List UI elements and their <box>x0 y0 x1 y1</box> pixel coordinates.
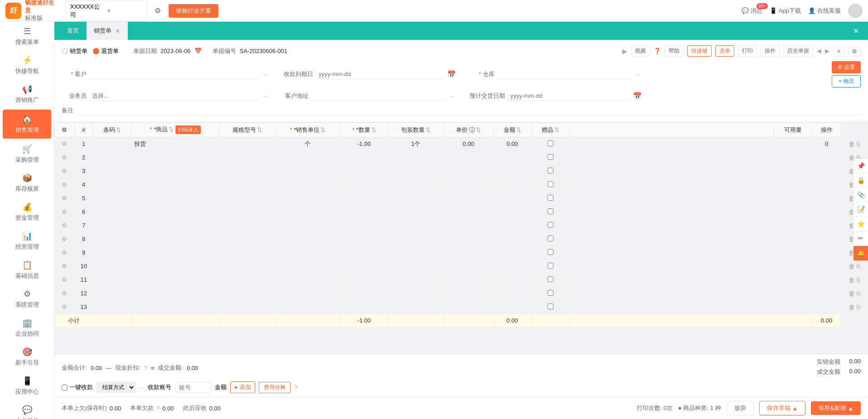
sidebar-item-wechat[interactable]: 💬 企业微信 <box>0 400 54 419</box>
cell-pack-qty-2[interactable] <box>388 164 444 178</box>
sidebar-item-quick-nav[interactable]: ⚡ 快捷导航 <box>0 51 54 80</box>
cell-product-7[interactable] <box>131 232 219 246</box>
cell-gift-5[interactable] <box>531 205 569 219</box>
cell-quantity-2[interactable] <box>340 164 388 178</box>
salesperson-picker-icon[interactable]: ··· <box>262 93 270 100</box>
sidebar-item-search[interactable]: ☰ 搜索菜单 <box>0 22 54 51</box>
cell-product-12[interactable] <box>131 300 219 314</box>
scan-btn[interactable]: 扫码录入 <box>175 125 201 134</box>
cell-gift-8[interactable] <box>531 246 569 260</box>
cell-spec-0[interactable] <box>219 137 275 151</box>
cell-quantity-0[interactable]: -1.00 <box>340 137 388 151</box>
video-btn[interactable]: 视频 <box>631 45 650 57</box>
cell-settings-9[interactable]: ⚙ <box>55 260 75 273</box>
history-btn[interactable]: 历史单据 <box>783 45 813 57</box>
cell-unit-9[interactable] <box>275 260 340 273</box>
cell-quantity-4[interactable] <box>340 192 388 205</box>
select-btn[interactable]: 选单 <box>715 45 734 57</box>
cell-unit-price-6[interactable] <box>444 219 493 232</box>
cell-gift-9[interactable] <box>531 260 569 273</box>
sidebar-item-basic[interactable]: 📋 基础信息 <box>0 255 54 284</box>
sidebar-item-marketing[interactable]: 📢 营销推广 <box>0 80 54 109</box>
address-picker-icon[interactable]: ··· <box>447 93 456 100</box>
cell-settings-5[interactable]: ⚙ <box>55 205 75 219</box>
cell-barcode-3[interactable] <box>93 178 131 192</box>
delete-icon-0[interactable]: 🗑 <box>849 140 855 148</box>
sidebar-item-system[interactable]: ⚙ 系统管理 <box>0 284 54 313</box>
nav-prev-icon[interactable]: ◀ <box>817 48 821 54</box>
cell-amount-12[interactable] <box>493 300 531 314</box>
cell-gift-7[interactable] <box>531 232 569 246</box>
cell-amount-2[interactable] <box>493 164 531 178</box>
right-tool-lock[interactable]: 🔒 <box>853 173 868 188</box>
cell-spec-8[interactable] <box>219 246 275 260</box>
discard-btn[interactable]: 放弃 <box>727 401 754 415</box>
cell-quantity-8[interactable] <box>340 246 388 260</box>
cell-pack-qty-9[interactable] <box>388 260 444 273</box>
right-tool-pin[interactable]: 📌 <box>853 159 868 173</box>
cell-unit-6[interactable] <box>275 219 340 232</box>
cell-spec-1[interactable] <box>219 151 275 164</box>
save-draft-btn[interactable]: 保存草稿 ▲ <box>759 401 806 415</box>
warehouse-picker-icon[interactable]: ··· <box>633 71 642 78</box>
cell-settings-2[interactable]: ⚙ <box>55 164 75 178</box>
right-tool-alert[interactable]: 🔔 <box>853 246 868 260</box>
radio-sales-order[interactable]: 销货单 <box>62 47 87 55</box>
cell-quantity-3[interactable] <box>340 178 388 192</box>
cell-barcode-9[interactable] <box>93 260 131 273</box>
cell-amount-5[interactable] <box>493 205 531 219</box>
cell-settings-7[interactable]: ⚙ <box>55 232 75 246</box>
cell-barcode-1[interactable] <box>93 151 131 164</box>
due-date-calendar-icon[interactable]: 📅 <box>447 70 456 78</box>
cell-spec-5[interactable] <box>219 205 275 219</box>
cell-pack-qty-5[interactable] <box>388 205 444 219</box>
cell-barcode-5[interactable] <box>93 205 131 219</box>
app-download-btn[interactable]: 📱 App下载 <box>770 7 801 15</box>
cell-pack-qty-10[interactable] <box>388 273 444 287</box>
cell-product-2[interactable] <box>131 164 219 178</box>
cell-gift-2[interactable] <box>531 164 569 178</box>
cell-unit-5[interactable] <box>275 205 340 219</box>
cell-spec-10[interactable] <box>219 273 275 287</box>
cell-amount-7[interactable] <box>493 232 531 246</box>
cell-spec-12[interactable] <box>219 300 275 314</box>
sidebar-item-purchase[interactable]: 🛒 采购管理 <box>0 140 54 169</box>
copy-icon-0[interactable]: ⎘ <box>857 140 860 148</box>
message-btn[interactable]: 💬 消息 99+ <box>742 7 762 15</box>
delete-icon-11[interactable]: 🗑 <box>849 290 855 297</box>
cell-product-1[interactable] <box>131 151 219 164</box>
radio-return-order[interactable]: 退货单 <box>93 47 119 55</box>
sidebar-item-guide[interactable]: 🎯 新手引导 <box>0 342 54 371</box>
cell-pack-qty-1[interactable] <box>388 151 444 164</box>
cell-unit-4[interactable] <box>275 192 340 205</box>
cell-unit-price-3[interactable] <box>444 178 493 192</box>
cell-barcode-8[interactable] <box>93 246 131 260</box>
cell-pack-qty-7[interactable] <box>388 232 444 246</box>
cell-barcode-4[interactable] <box>93 192 131 205</box>
cell-settings-3[interactable]: ⚙ <box>55 178 75 192</box>
operate-btn[interactable]: 操作 <box>761 45 780 57</box>
cell-unit-1[interactable] <box>275 151 340 164</box>
cell-settings-6[interactable]: ⚙ <box>55 219 75 232</box>
user-avatar[interactable] <box>848 4 863 18</box>
cell-product-9[interactable] <box>131 260 219 273</box>
right-tool-attach[interactable]: 📎 <box>853 188 868 202</box>
customer-input[interactable] <box>89 69 259 79</box>
cell-product-10[interactable] <box>131 273 219 287</box>
cell-spec-6[interactable] <box>219 219 275 232</box>
print-btn[interactable]: 打印 <box>738 45 757 57</box>
settings-icon-btn[interactable]: ⚙ <box>150 4 165 18</box>
cell-barcode-11[interactable] <box>93 287 131 300</box>
cell-product-6[interactable] <box>131 219 219 232</box>
cell-settings-8[interactable]: ⚙ <box>55 246 75 260</box>
cell-pack-qty-3[interactable] <box>388 178 444 192</box>
cell-amount-8[interactable] <box>493 246 531 260</box>
cell-spec-7[interactable] <box>219 232 275 246</box>
cell-unit-3[interactable] <box>275 178 340 192</box>
sidebar-item-finance[interactable]: 💰 资金管理 <box>0 197 54 226</box>
cell-unit-price-0[interactable]: 0.00 <box>444 137 493 151</box>
cell-amount-4[interactable] <box>493 192 531 205</box>
cell-gift-10[interactable] <box>531 273 569 287</box>
tab-close-all[interactable]: ✕ <box>849 27 863 35</box>
copy-icon-11[interactable]: ⎘ <box>857 290 860 297</box>
